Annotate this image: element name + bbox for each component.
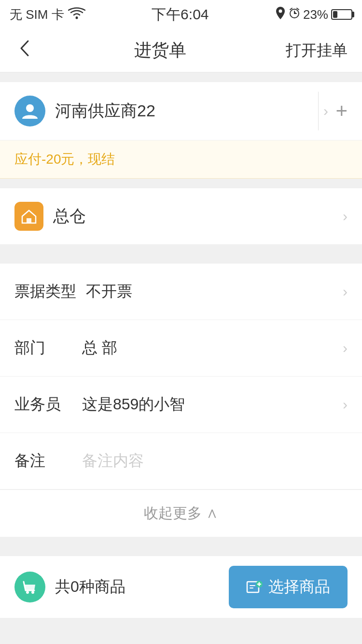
wifi-icon	[68, 7, 85, 23]
supplier-row[interactable]: 河南供应商22 › +	[0, 82, 362, 140]
section-gap-2	[0, 179, 362, 188]
note-label: 备注	[14, 450, 72, 472]
warehouse-row[interactable]: 总仓 ›	[0, 188, 362, 244]
select-product-button[interactable]: 选择商品	[229, 566, 348, 608]
svg-point-0	[75, 16, 78, 19]
status-left: 无 SIM 卡	[10, 6, 85, 23]
supplier-section: 河南供应商22 › + 应付-20元，现结	[0, 82, 362, 179]
battery-icon	[331, 9, 352, 20]
back-button[interactable]	[14, 34, 35, 67]
product-cart-icon	[14, 572, 45, 602]
notice-banner: 应付-20元，现结	[0, 140, 362, 179]
product-count: 共0种商品	[55, 576, 229, 598]
salesperson-row[interactable]: 业务员 这是859的小智 ›	[0, 377, 362, 433]
svg-point-1	[278, 9, 282, 13]
supplier-name: 河南供应商22	[55, 100, 323, 122]
warehouse-chevron-icon: ›	[343, 208, 348, 224]
salesperson-label: 业务员	[14, 394, 72, 415]
add-supplier-button[interactable]: +	[335, 99, 348, 123]
section-gap-3	[0, 244, 362, 254]
battery-percent: 23%	[303, 7, 328, 22]
salesperson-value: 这是859的小智	[82, 394, 343, 415]
nav-title: 进货单	[134, 39, 186, 62]
warehouse-icon	[14, 202, 43, 231]
invoice-row[interactable]: 票据类型 不开票 ›	[0, 264, 362, 320]
invoice-chevron-icon: ›	[343, 283, 348, 300]
svg-point-3	[26, 104, 34, 112]
dept-chevron-icon: ›	[343, 340, 348, 356]
sim-text: 无 SIM 卡	[10, 6, 64, 23]
open-pending-button[interactable]: 打开挂单	[286, 40, 348, 61]
warehouse-section: 总仓 ›	[0, 188, 362, 244]
section-gap-4	[0, 537, 362, 546]
svg-rect-4	[27, 218, 31, 223]
location-icon	[275, 7, 286, 23]
alarm-icon	[289, 7, 300, 23]
invoice-value: 不开票	[86, 281, 343, 302]
collapse-button[interactable]: 收起更多 ∧	[0, 490, 362, 537]
status-bar: 无 SIM 卡 下午6:04 23	[0, 0, 362, 29]
nav-bar: 进货单 打开挂单	[0, 29, 362, 72]
bottom-bar: 共0种商品 选择商品	[0, 556, 362, 618]
supplier-chevron-icon: ›	[323, 103, 328, 119]
select-product-label: 选择商品	[268, 576, 330, 598]
status-right: 23%	[275, 7, 352, 23]
dept-label: 部门	[14, 337, 72, 359]
note-placeholder: 备注内容	[82, 450, 348, 472]
dept-value: 总 部	[82, 337, 343, 359]
form-section: 票据类型 不开票 › 部门 总 部 › 业务员 这是859的小智 › 备注 备注…	[0, 264, 362, 537]
supplier-divider	[318, 92, 319, 130]
status-time: 下午6:04	[152, 5, 209, 25]
salesperson-chevron-icon: ›	[343, 396, 348, 413]
warehouse-name: 总仓	[53, 205, 343, 227]
svg-point-5	[26, 591, 29, 594]
svg-point-6	[31, 591, 34, 594]
select-product-icon	[246, 579, 263, 595]
section-gap-1	[0, 72, 362, 82]
invoice-label: 票据类型	[14, 281, 76, 302]
dept-row[interactable]: 部门 总 部 ›	[0, 320, 362, 377]
note-row[interactable]: 备注 备注内容	[0, 433, 362, 490]
supplier-avatar	[14, 96, 45, 126]
